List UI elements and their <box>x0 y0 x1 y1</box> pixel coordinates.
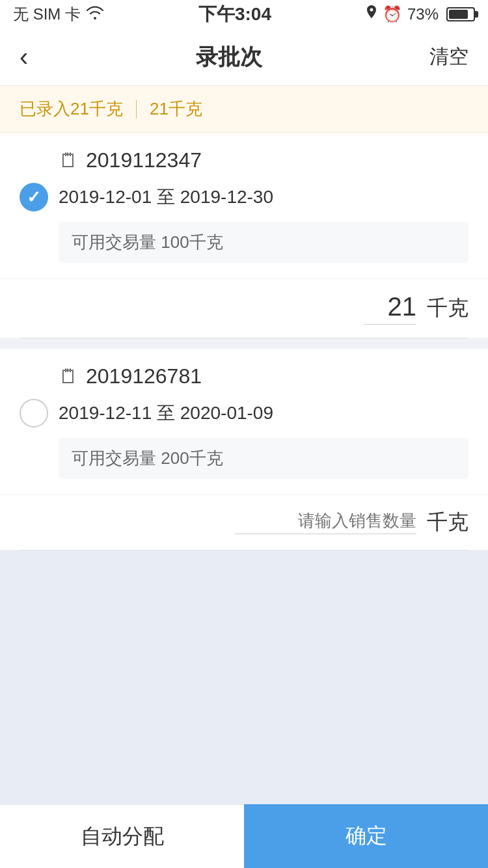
status-bar: 无 SIM 卡 下午3:04 ⏰ 73% <box>0 0 488 29</box>
battery-icon <box>446 7 475 21</box>
batch-date-1: 2019-12-01 至 2019-12-30 <box>59 185 273 210</box>
alarm-icon: ⏰ <box>383 5 402 23</box>
batch-avail-label-1: 可用交易量 100千克 <box>72 232 223 252</box>
clear-button[interactable]: 清空 <box>429 44 468 70</box>
quantity-unit-1: 千克 <box>427 294 468 323</box>
batch-radio-1[interactable] <box>20 183 48 211</box>
quantity-input-line-1 <box>364 292 416 321</box>
wifi-icon <box>86 5 104 23</box>
quantity-input-1[interactable] <box>364 292 416 321</box>
batch-id-row-1: 🗒 2019112347 <box>20 148 468 172</box>
batch-radio-2[interactable] <box>20 399 48 427</box>
status-bar-right: ⏰ 73% <box>366 5 475 23</box>
batch-card-2: 🗒 2019126781 2019-12-11 至 2020-01-09 可用交… <box>0 349 488 550</box>
batch-avail-2: 可用交易量 200千克 <box>59 438 468 479</box>
batch-avail-label-2: 可用交易量 200千克 <box>72 448 223 468</box>
confirm-button[interactable]: 确定 <box>244 804 488 868</box>
batch-item-2: 🗒 2019126781 2019-12-11 至 2020-01-09 可用交… <box>0 349 488 495</box>
location-icon <box>366 5 377 23</box>
battery-percent: 73% <box>407 5 439 23</box>
total-info: 21千克 <box>150 98 202 120</box>
status-bar-left: 无 SIM 卡 <box>13 4 104 25</box>
batch-avail-1: 可用交易量 100千克 <box>59 222 468 263</box>
batch-doc-icon-1: 🗒 <box>59 150 78 172</box>
quantity-wrapper-1 <box>364 292 416 325</box>
auto-distribute-label: 自动分配 <box>81 822 164 851</box>
confirm-label: 确定 <box>346 822 387 850</box>
sim-status: 无 SIM 卡 <box>13 4 81 25</box>
quantity-row-1: 千克 <box>0 278 488 338</box>
quantity-unit-2: 千克 <box>427 508 468 537</box>
batch-date-row-2[interactable]: 2019-12-11 至 2020-01-09 <box>20 399 468 427</box>
nav-bar: ‹ 录批次 清空 <box>0 29 488 86</box>
info-banner-divider <box>136 100 137 118</box>
bottom-bar: 自动分配 确定 <box>0 804 488 868</box>
status-bar-time: 下午3:04 <box>198 2 271 27</box>
bottom-area <box>0 550 488 824</box>
page-title: 录批次 <box>196 42 262 72</box>
section-separator-1 <box>0 338 488 349</box>
recorded-info: 已录入21千克 <box>20 98 123 120</box>
back-button[interactable]: ‹ <box>20 42 28 72</box>
batch-date-2: 2019-12-11 至 2020-01-09 <box>59 401 273 426</box>
batch-id-1: 2019112347 <box>86 148 202 172</box>
batch-id-row-2: 🗒 2019126781 <box>20 364 468 388</box>
info-banner: 已录入21千克 21千克 <box>0 86 488 133</box>
batch-id-2: 2019126781 <box>86 364 202 388</box>
batch-date-row-1[interactable]: 2019-12-01 至 2019-12-30 <box>20 183 468 211</box>
batch-card-1: 🗒 2019112347 2019-12-01 至 2019-12-30 可用交… <box>0 133 488 338</box>
quantity-input-line-2 <box>234 511 416 531</box>
batch-doc-icon-2: 🗒 <box>59 366 78 388</box>
quantity-wrapper-2 <box>234 511 416 534</box>
batch-item-1: 🗒 2019112347 2019-12-01 至 2019-12-30 可用交… <box>0 133 488 278</box>
quantity-row-2: 千克 <box>0 495 488 550</box>
auto-distribute-button[interactable]: 自动分配 <box>0 804 244 868</box>
quantity-input-2[interactable] <box>234 511 416 531</box>
